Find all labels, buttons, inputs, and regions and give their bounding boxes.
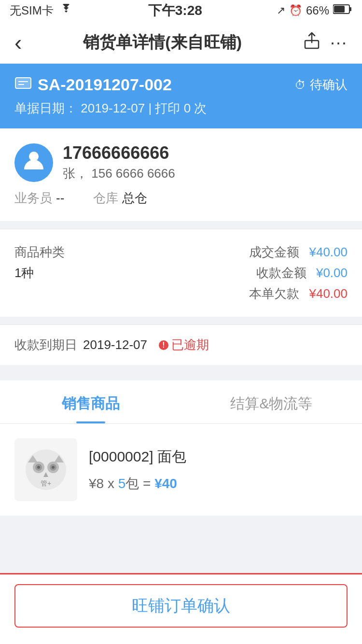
product-total: ¥40 bbox=[154, 476, 177, 491]
summary-card: 商品种类 1种 成交金额 ¥40.00 收款金额 ¥0.00 本单欠款 ¥40.… bbox=[0, 229, 362, 317]
received-label: 收款金额 bbox=[256, 265, 306, 281]
status-bar-left: 无SIM卡 bbox=[10, 3, 74, 18]
tab-sales-products[interactable]: 销售商品 bbox=[0, 380, 181, 423]
customer-name: 张， 156 6666 6666 bbox=[63, 165, 175, 182]
salesperson-value: -- bbox=[56, 191, 64, 206]
product-thumbnail: 管+ bbox=[14, 438, 77, 501]
status-bar-time: 下午3:28 bbox=[148, 1, 202, 20]
battery-icon bbox=[333, 4, 352, 17]
tabs-container: 销售商品 结算&物流等 bbox=[0, 380, 362, 516]
debt-row: 本单欠款 ¥40.00 bbox=[249, 285, 348, 302]
overdue-label: 已逾期 bbox=[171, 336, 209, 353]
nav-title: 销货单详情(来自旺铺) bbox=[22, 31, 303, 54]
product-price: ¥8 x 5包 = ¥40 bbox=[89, 475, 348, 493]
customer-top: 17666666666 张， 156 6666 6666 bbox=[14, 143, 348, 182]
svg-text:管+: 管+ bbox=[41, 479, 51, 487]
customer-phone: 17666666666 bbox=[63, 143, 175, 163]
nav-back[interactable]: ‹ bbox=[14, 29, 22, 56]
tabs: 销售商品 结算&物流等 bbox=[0, 380, 362, 424]
svg-rect-5 bbox=[15, 78, 31, 88]
received-value: ¥0.00 bbox=[316, 266, 348, 280]
customer-meta: 业务员 -- 仓库 总仓 bbox=[14, 190, 348, 207]
back-icon[interactable]: ‹ bbox=[14, 29, 22, 56]
product-logo: 管+ bbox=[24, 448, 68, 491]
overdue-badge: ! 已逾期 bbox=[159, 336, 209, 353]
type-value: 1种 bbox=[14, 265, 65, 281]
svg-rect-2 bbox=[334, 6, 345, 13]
summary-right: 成交金额 ¥40.00 收款金额 ¥0.00 本单欠款 ¥40.00 bbox=[249, 244, 348, 302]
order-date-line: 单据日期： 2019-12-07 | 打印 0 次 bbox=[14, 100, 348, 117]
due-date-value: 2019-12-07 bbox=[83, 337, 147, 352]
tab-settlement[interactable]: 结算&物流等 bbox=[181, 380, 362, 423]
warehouse-value: 总仓 bbox=[122, 190, 147, 207]
confirm-button[interactable]: 旺铺订单确认 bbox=[14, 584, 348, 628]
svg-rect-1 bbox=[349, 7, 351, 11]
due-date-card: 收款到期日 2019-12-07 ! 已逾期 bbox=[0, 325, 362, 365]
overdue-icon: ! bbox=[159, 340, 168, 350]
status-bar: 无SIM卡 下午3:28 ↗ ⏰ 66% bbox=[0, 0, 362, 21]
share-icon[interactable] bbox=[303, 32, 320, 53]
customer-info: 17666666666 张， 156 6666 6666 bbox=[63, 143, 175, 182]
status-bar-right: ↗ ⏰ 66% bbox=[277, 4, 352, 17]
avatar bbox=[14, 143, 53, 182]
svg-point-15 bbox=[52, 466, 55, 469]
user-icon bbox=[22, 148, 46, 177]
order-status: ⏱ 待确认 bbox=[294, 76, 348, 93]
product-qty: 5 bbox=[118, 476, 126, 491]
summary-left: 商品种类 1种 bbox=[14, 244, 65, 281]
carrier-label: 无SIM卡 bbox=[10, 3, 54, 18]
product-info: [0000002] 面包 ¥8 x 5包 = ¥40 bbox=[89, 447, 348, 493]
alarm-icon: ⏰ bbox=[289, 4, 302, 17]
nav-actions: ··· bbox=[303, 32, 348, 53]
order-header: SA-20191207-002 ⏱ 待确认 单据日期： 2019-12-07 |… bbox=[0, 64, 362, 128]
battery-label: 66% bbox=[306, 4, 329, 17]
clock-icon: ⏱ bbox=[294, 78, 306, 92]
wifi-icon bbox=[58, 4, 74, 17]
product-name: [0000002] 面包 bbox=[89, 447, 348, 467]
salesperson-label: 业务员 bbox=[14, 190, 52, 207]
product-item: 管+ [0000002] 面包 ¥8 x 5包 = ¥40 bbox=[0, 424, 362, 516]
customer-card: 17666666666 张， 156 6666 6666 业务员 -- 仓库 总… bbox=[0, 128, 362, 221]
warehouse-label: 仓库 bbox=[93, 190, 118, 207]
more-icon[interactable]: ··· bbox=[330, 32, 348, 53]
bottom-bar: 旺铺订单确认 bbox=[0, 573, 362, 644]
type-label: 商品种类 bbox=[14, 244, 65, 261]
amount-value: ¥40.00 bbox=[309, 245, 348, 260]
nav-bar: ‹ 销货单详情(来自旺铺) ··· bbox=[0, 21, 362, 64]
section-divider bbox=[0, 373, 362, 380]
debt-value: ¥40.00 bbox=[309, 286, 348, 301]
order-icon bbox=[14, 76, 32, 94]
due-date-label: 收款到期日 bbox=[14, 336, 77, 353]
order-number: SA-20191207-002 bbox=[14, 75, 172, 94]
salesperson-item: 业务员 -- bbox=[14, 190, 64, 207]
amount-label: 成交金额 bbox=[249, 244, 299, 261]
received-row: 收款金额 ¥0.00 bbox=[256, 265, 348, 281]
debt-label: 本单欠款 bbox=[249, 285, 299, 302]
svg-point-12 bbox=[37, 466, 40, 469]
amount-row: 成交金额 ¥40.00 bbox=[249, 244, 348, 261]
warehouse-item: 仓库 总仓 bbox=[93, 190, 147, 207]
order-header-top: SA-20191207-002 ⏱ 待确认 bbox=[14, 75, 348, 94]
location-icon: ↗ bbox=[277, 4, 285, 17]
